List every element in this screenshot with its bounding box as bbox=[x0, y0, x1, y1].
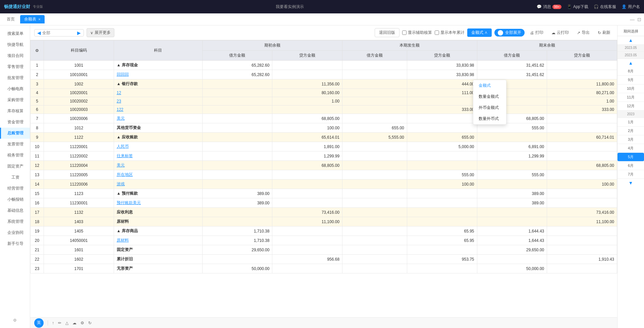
month-item-10月[interactable]: 10月 bbox=[618, 84, 644, 93]
lang-btn[interactable]: 英 bbox=[34, 318, 44, 328]
row-name[interactable]: 美元 bbox=[114, 161, 202, 170]
demo-link[interactable]: 我要看实例演示 bbox=[276, 4, 304, 10]
sidebar-item-税务管理[interactable]: 税务管理 bbox=[0, 150, 30, 161]
tab-yue-biao[interactable]: 余额表 × bbox=[20, 15, 45, 23]
month-item-2月[interactable]: 2月 bbox=[618, 127, 644, 135]
row-name[interactable]: ▲ 应收账款 bbox=[114, 133, 202, 142]
month-item-4月[interactable]: 4月 bbox=[618, 144, 644, 153]
tab-minimize-btn[interactable]: — bbox=[630, 17, 635, 22]
month-item-5月[interactable]: 5月 bbox=[618, 153, 644, 161]
row-name[interactable]: ▲ 库存现金 bbox=[114, 61, 202, 70]
month-item-3月[interactable]: 3月 bbox=[618, 135, 644, 144]
month-item-11月[interactable]: 11月 bbox=[618, 93, 644, 102]
bottom-icon-3[interactable]: △ bbox=[65, 321, 68, 325]
row-name[interactable]: ▲ 库存商品 bbox=[114, 226, 202, 236]
expand-more-btn[interactable]: ∨ 展开更多 bbox=[87, 28, 114, 37]
tab-expand-btn[interactable]: ⊡ bbox=[637, 17, 641, 22]
row-name[interactable]: 往来标签 bbox=[114, 151, 202, 161]
month-scroll-up[interactable]: ▲ bbox=[618, 36, 644, 44]
sidebar-item-新手引导[interactable]: 新手引导 bbox=[0, 238, 30, 249]
back-btn[interactable]: 退回旧版 bbox=[375, 28, 399, 37]
search-input[interactable] bbox=[42, 30, 76, 35]
sidebar-item-基础信息[interactable]: 基础信息 bbox=[0, 205, 30, 216]
row-name[interactable]: ▲ 银行存款 bbox=[114, 79, 202, 89]
sidebar-item-发票管理[interactable]: 发票管理 bbox=[0, 139, 30, 150]
download-btn[interactable]: 📱 App下载 bbox=[567, 4, 588, 10]
refresh-btn[interactable]: ↻ 刷新 bbox=[595, 28, 613, 37]
sidebar-item-快捷导航[interactable]: 快捷导航 bbox=[0, 39, 30, 50]
month-scroll-down[interactable]: ▼ bbox=[618, 179, 644, 187]
sidebar-item-小畅电商[interactable]: 小畅电商 bbox=[0, 83, 30, 94]
row-name[interactable]: 游戏 bbox=[114, 180, 202, 189]
message-btn[interactable]: 💬 消息 99+ bbox=[537, 4, 561, 10]
sidebar-item-固定资产[interactable]: 固定资产 bbox=[0, 161, 30, 172]
show-year-total-check[interactable]: 显示本年累计 bbox=[435, 30, 465, 36]
export-btn[interactable]: ↗ 导出 bbox=[574, 28, 592, 37]
sidebar-item-总账管理[interactable]: 总账管理 bbox=[0, 128, 30, 139]
sidebar-item-经营管理[interactable]: 经营管理 bbox=[0, 183, 30, 194]
row-name[interactable]: 其他货币资金 bbox=[114, 123, 202, 133]
bottom-icon-2[interactable]: ✏ bbox=[58, 321, 61, 325]
row-name[interactable]: 预付账款美元 bbox=[114, 198, 202, 208]
bottom-icon-1[interactable]: ↑ bbox=[52, 321, 54, 325]
row-num: 1 bbox=[31, 61, 44, 70]
service-btn[interactable]: 🎧 在线客服 bbox=[594, 4, 616, 10]
bottom-icon-4[interactable]: ☁ bbox=[72, 321, 76, 325]
sidebar-gear-btn[interactable]: ⚙ bbox=[10, 315, 19, 325]
row-name[interactable]: ▲ 预付账款 bbox=[114, 189, 202, 198]
row-name[interactable]: 原材料 bbox=[114, 217, 202, 226]
sidebar-item-搜索菜单[interactable]: 搜索菜单 bbox=[0, 28, 30, 39]
row-name[interactable]: 固定资产 bbox=[114, 245, 202, 255]
sidebar-item-系统管理[interactable]: 系统管理 bbox=[0, 216, 30, 227]
month-scroll-up2[interactable]: ▲ bbox=[618, 59, 644, 67]
row-name[interactable]: 122 bbox=[114, 106, 202, 114]
auxiliary-checkbox[interactable] bbox=[402, 30, 407, 35]
sidebar-item-采购管理[interactable]: 采购管理 bbox=[0, 94, 30, 106]
th-settings[interactable]: ⚙ bbox=[31, 41, 44, 61]
search-box[interactable]: ◀ ▶ bbox=[34, 29, 84, 37]
tab-close-btn[interactable]: × bbox=[38, 17, 41, 22]
row-name[interactable]: 12 bbox=[114, 89, 202, 97]
print-icon: 🖨 bbox=[530, 30, 534, 35]
month-item-9月[interactable]: 9月 bbox=[618, 76, 644, 84]
row-period_credit: 65.95 bbox=[407, 236, 477, 245]
sidebar-item-零售管理[interactable]: 零售管理 bbox=[0, 61, 30, 72]
expand-all-toggle[interactable]: 全部展开 bbox=[494, 29, 525, 37]
bottom-icon-5[interactable]: ⚙ bbox=[80, 321, 84, 325]
sidebar-item-库存核算[interactable]: 库存核算 bbox=[0, 106, 30, 117]
sidebar-item-资金管理[interactable]: 资金管理 bbox=[0, 117, 30, 128]
month-item-8月[interactable]: 8月 bbox=[618, 67, 644, 76]
sidebar-item-批发管理[interactable]: 批发管理 bbox=[0, 72, 30, 83]
row-name[interactable]: 美元 bbox=[114, 114, 202, 123]
sidebar-item-企业协同[interactable]: 企业协同 bbox=[0, 227, 30, 238]
sidebar-item-项目合同[interactable]: 项目合同 bbox=[0, 50, 30, 61]
dropdown-item-2[interactable]: 外币金额式 bbox=[473, 102, 506, 113]
sidebar-item-工资[interactable]: 工资 bbox=[0, 172, 30, 183]
show-auxiliary-check[interactable]: 显示辅助核算 bbox=[402, 30, 432, 36]
row-name[interactable]: 原材料 bbox=[114, 236, 202, 245]
row-name[interactable]: 应收利息 bbox=[114, 208, 202, 217]
month-item-7月[interactable]: 7月 bbox=[618, 170, 644, 179]
cloud-print-btn[interactable]: ☁ 云打印 bbox=[549, 28, 572, 37]
row-name[interactable]: 23 bbox=[114, 97, 202, 106]
user-avatar[interactable]: 👤 用户名 bbox=[622, 4, 640, 10]
year-total-checkbox[interactable] bbox=[435, 30, 439, 35]
dropdown-item-3[interactable]: 数量外币式 bbox=[473, 113, 506, 124]
row-name[interactable]: 无形资产 bbox=[114, 264, 202, 273]
dropdown-item-0[interactable]: 金额式 bbox=[473, 80, 506, 91]
row-name[interactable]: 人民币 bbox=[114, 142, 202, 151]
row-name[interactable]: 回回回 bbox=[114, 70, 202, 79]
print-btn[interactable]: 🖨 打印 bbox=[527, 28, 546, 37]
month-item-6月[interactable]: 6月 bbox=[618, 161, 644, 170]
row-opening_credit bbox=[272, 180, 342, 189]
dropdown-item-1[interactable]: 数量金额式 bbox=[473, 91, 506, 102]
row-name[interactable]: 累计折旧 bbox=[114, 255, 202, 264]
row-name[interactable]: 所在地区 bbox=[114, 170, 202, 180]
view-mode-btn[interactable]: 金额式 ∧ bbox=[467, 28, 492, 37]
month-item-1月[interactable]: 1月 bbox=[618, 118, 644, 127]
search-right-icon[interactable]: ▶ bbox=[77, 30, 81, 36]
month-item-12月[interactable]: 12月 bbox=[618, 102, 644, 111]
sidebar-item-小畅报销[interactable]: 小畅报销 bbox=[0, 194, 30, 205]
bottom-icon-6[interactable]: ↻ bbox=[88, 321, 92, 325]
tab-home[interactable]: 首页 bbox=[3, 15, 19, 23]
